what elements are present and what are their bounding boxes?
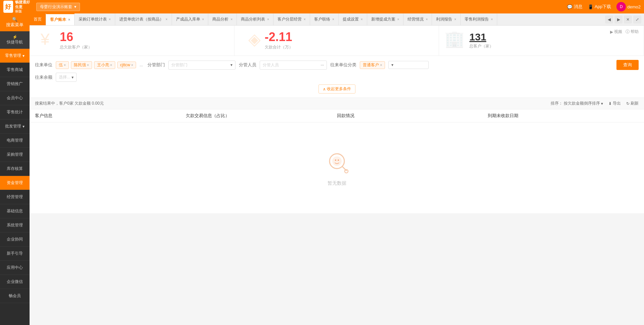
sidebar-item-vip[interactable]: 畅会员 xyxy=(0,289,30,303)
tab-close-icon[interactable]: × xyxy=(68,18,70,22)
tab-goods-analysis[interactable]: 商品分析 × xyxy=(208,13,237,26)
tab-close-icon-9[interactable]: × xyxy=(361,17,363,21)
balance-filter-label: 往来余额 xyxy=(35,74,52,80)
table-header: 客户信息 欠款交易信息（占比） 回款情况 到期未收款日期 xyxy=(30,109,644,122)
sidebar-item-inventory[interactable]: 库存核算 xyxy=(0,162,30,176)
tab-prev-btn[interactable]: ◀ xyxy=(605,15,613,24)
video-help-btn[interactable]: ▶ 视频 xyxy=(610,29,622,35)
account-selector[interactable]: 母婴行业演示账套 xyxy=(36,3,80,11)
message-btn[interactable]: 💬 消息 xyxy=(567,4,583,10)
tab-close-icon-11[interactable]: × xyxy=(426,17,428,21)
tab-customer-layer[interactable]: 客户分层经营 × xyxy=(273,13,310,26)
filter-more-btn[interactable]: ... xyxy=(138,62,144,68)
tab-product-in[interactable]: 产成品入库单 × xyxy=(172,13,209,26)
page-content: ¥ 16 总欠款客户（家） ◈ -2.11 欠款合计（万） 🏢 xyxy=(30,26,644,325)
refresh-btn[interactable]: ↻ 刷新 xyxy=(626,101,639,106)
tab-maximize-btn[interactable]: ⤢ xyxy=(633,15,641,24)
flash-icon: ⚡ xyxy=(0,35,30,39)
sidebar-item-finance[interactable]: 资金管理 xyxy=(0,176,30,190)
sidebar-item-quicknav[interactable]: ⚡ 快捷导航 xyxy=(0,31,30,49)
dept-filter-label: 分管部门 xyxy=(147,62,165,68)
tab-goods-analysis-list[interactable]: 商品分析列表 × xyxy=(237,13,273,26)
tab-commission-settings[interactable]: 提成设置 × xyxy=(339,13,367,26)
tab-business-status[interactable]: 经营情况 × xyxy=(403,13,432,26)
filter-tags-category: 普通客户 × xyxy=(360,61,385,69)
query-button[interactable]: 查询 xyxy=(616,60,639,70)
sidebar-item-appcenter[interactable]: 应用中心 xyxy=(0,261,30,275)
sidebar-item-collab[interactable]: 企业协同 xyxy=(0,232,30,247)
remove-tag-wang-icon[interactable]: × xyxy=(110,63,112,67)
remove-tag-cjttcw-icon[interactable]: × xyxy=(131,63,133,67)
message-icon: 💬 xyxy=(567,4,572,9)
tab-purchase-order[interactable]: 采购订单统计表 × xyxy=(75,13,115,26)
tab-close-icon-13[interactable]: × xyxy=(491,17,493,21)
filter-area: 往来单位 伍 × 陈民强 × 王小亮 × xyxy=(30,56,644,98)
tab-profit-report[interactable]: 利润报告 × xyxy=(432,13,461,26)
tab-close-icon-5[interactable]: × xyxy=(230,17,232,21)
sort-option[interactable]: 按欠款金额倒序排序 xyxy=(564,101,600,106)
user-avatar-btn[interactable]: D demo2 xyxy=(616,2,641,11)
tab-bar-controls: ◀ ▶ ✕ ⤢ xyxy=(602,15,644,24)
sidebar-item-retailstat[interactable]: 零售统计 xyxy=(0,105,30,119)
sidebar-item-wholesale[interactable]: 批发管理 ▾ xyxy=(0,119,30,134)
tab-close-icon-2[interactable]: × xyxy=(109,17,111,21)
filter-tag-cjttcw[interactable]: cjttcw × xyxy=(117,62,136,68)
home-tab-label: 首页 xyxy=(34,16,42,22)
tab-customer-contact[interactable]: 客户联络 × xyxy=(310,13,339,26)
empty-text: 暂无数据 xyxy=(328,180,346,186)
stats-row: ¥ 16 总欠款客户（家） ◈ -2.11 欠款合计（万） 🏢 xyxy=(30,26,644,56)
sidebar-item-marketing[interactable]: 营销推广 xyxy=(0,77,30,91)
collapse-btn[interactable]: ∧ 收起更多条件 xyxy=(318,84,355,94)
phone-icon: 📱 xyxy=(588,4,593,9)
tab-close-icon-3[interactable]: × xyxy=(166,17,168,21)
tab-close-icon-12[interactable]: × xyxy=(454,17,456,21)
export-btn[interactable]: ⬇ 导出 xyxy=(608,101,621,106)
sidebar-item-operations[interactable]: 经营管理 xyxy=(0,190,30,204)
tab-next-btn[interactable]: ▶ xyxy=(614,15,622,24)
sidebar-item-system[interactable]: 系统管理 xyxy=(0,218,30,232)
stat-label-debt: 欠款合计（万） xyxy=(265,44,293,50)
sidebar-item-wechat[interactable]: 企业微信 xyxy=(0,275,30,289)
tab-close-icon-8[interactable]: × xyxy=(332,17,334,21)
tab-account-book[interactable]: 客户账本 × xyxy=(46,13,75,26)
tab-close-all-btn[interactable]: ✕ xyxy=(624,15,632,24)
tab-close-icon-6[interactable]: × xyxy=(267,17,269,21)
logo-icon: 好 xyxy=(3,1,13,13)
tab-retail-profit[interactable]: 零售利润报告 × xyxy=(461,13,497,26)
tab-close-icon-4[interactable]: × xyxy=(202,17,204,21)
filter-tag-chen[interactable]: 陈民强 × xyxy=(71,61,92,69)
sidebar-item-retail[interactable]: 零售管理 ▾ xyxy=(0,49,30,63)
manager-select[interactable]: 分管人员 ··· xyxy=(260,61,327,70)
col-due-date: 到期未收款日期 xyxy=(488,113,639,119)
app-download-btn[interactable]: 📱 App下载 xyxy=(588,4,611,10)
remove-tag-wu-icon[interactable]: × xyxy=(64,63,66,67)
sidebar-item-newguide[interactable]: 新手引导 xyxy=(0,247,30,261)
sidebar-item-retailshop[interactable]: 零售商城 xyxy=(0,63,30,77)
sidebar-item-ecommerce[interactable]: 电商管理 xyxy=(0,134,30,148)
sidebar-item-search[interactable]: 🔍 搜索菜单 xyxy=(0,13,30,31)
sidebar-item-member[interactable]: 会员中心 xyxy=(0,91,30,105)
remove-tag-normal-icon[interactable]: × xyxy=(380,63,382,67)
stat-value-total: 131 xyxy=(469,32,493,42)
tab-close-icon-10[interactable]: × xyxy=(397,17,399,21)
balance-select[interactable]: 选择... ▾ xyxy=(56,73,77,82)
tab-new-commission[interactable]: 新增提成方案 × xyxy=(367,13,404,26)
tab-goods-stat[interactable]: 进货单统计表（按商品） × xyxy=(115,13,172,26)
sidebar-item-basic[interactable]: 基础信息 xyxy=(0,204,30,218)
tab-home[interactable]: 首页 xyxy=(30,13,46,26)
data-table: 客户信息 欠款交易信息（占比） 回款情况 到期未收款日期 xyxy=(30,109,644,213)
sidebar-quicknav-label: 快捷导航 xyxy=(0,39,30,45)
category-select-dropdown[interactable]: ▾ xyxy=(388,61,429,69)
logo[interactable]: 好 畅捷通好生意 标版 xyxy=(3,0,33,14)
filter-tag-normal[interactable]: 普通客户 × xyxy=(360,61,385,69)
sidebar-item-purchase[interactable]: 采购管理 xyxy=(0,148,30,162)
dept-select[interactable]: 分管部门 ▾ xyxy=(168,61,235,70)
help-btn[interactable]: ⓘ 帮助 xyxy=(626,29,639,35)
search-icon: 🔍 xyxy=(0,17,30,22)
filter-tag-wu[interactable]: 伍 × xyxy=(56,61,69,69)
filter-tag-wang[interactable]: 王小亮 × xyxy=(94,61,115,69)
tab-close-icon-7[interactable]: × xyxy=(304,17,306,21)
remove-tag-chen-icon[interactable]: × xyxy=(87,63,89,67)
col-repayment: 回款情况 xyxy=(337,113,488,119)
cat-chevron-icon: ▾ xyxy=(391,63,393,67)
